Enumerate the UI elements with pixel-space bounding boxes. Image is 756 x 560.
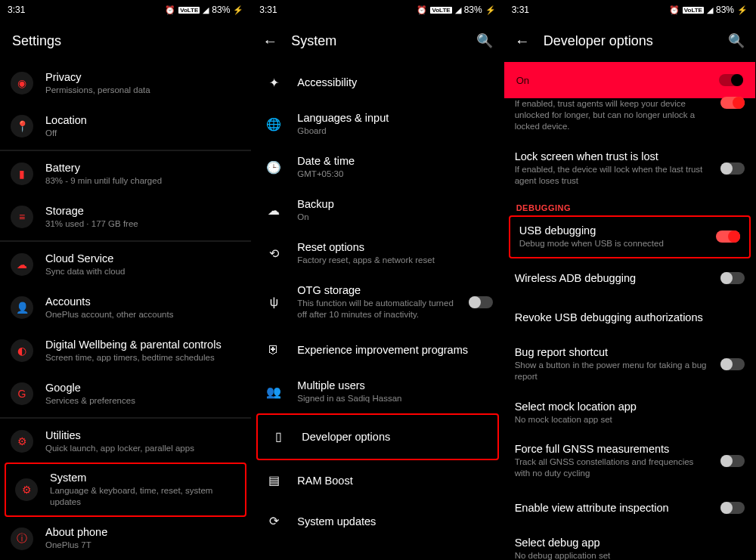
item-sub: Sync data with cloud [45,266,240,277]
ram-icon: ▤ [262,469,285,492]
item-label: Google [45,382,240,394]
item-sub: Gboard [297,125,492,137]
status-time: 3:31 [259,5,277,15]
system-item-reset[interactable]: ⟲ Reset options Factory reset, apps & ne… [252,232,503,275]
settings-item-storage[interactable]: ≡ Storage 31% used · 177 GB free [0,196,251,239]
system-item-updates[interactable]: ⟳ System updates [252,501,503,542]
item-sub: Track all GNSS constellations and freque… [515,456,708,479]
charging-icon: ⚡ [737,5,748,15]
trust-agent-row[interactable]: If enabled, trust agents will keep your … [504,92,755,141]
developer-options-panel: 3:31 ⏰ VoLTE ◢ 83% ⚡ ← Developer options… [504,0,756,560]
alarm-icon: ⏰ [165,5,175,15]
item-sub: Factory reset, apps & network reset [297,255,492,266]
back-button[interactable]: ← [515,32,530,50]
settings-item-utilities[interactable]: ⚙ Utilities Quick launch, app locker, pa… [0,420,251,463]
revoke-auth-row[interactable]: Revoke USB debugging authorizations [504,298,755,337]
system-item-backup[interactable]: ☁ Backup On [252,189,503,232]
item-label: About phone [45,526,240,538]
page-title: Settings [12,33,240,49]
gnss-row[interactable]: Force full GNSS measurements Track all G… [504,434,755,488]
back-button[interactable]: ← [262,32,277,50]
users-icon: 👥 [262,380,285,403]
view-attr-row[interactable]: Enable view attribute inspection [504,488,755,528]
system-item-otg[interactable]: ψ OTG storage This function will be auto… [252,275,503,330]
item-label: Date & time [297,155,492,167]
trust-agent-toggle[interactable] [720,97,745,109]
item-label: Select mock location app [515,401,745,413]
item-label: System [50,472,236,484]
settings-item-about[interactable]: ⓘ About phone OnePlus 7T [0,517,251,560]
settings-item-google[interactable]: G Google Services & preferences [0,373,251,416]
search-icon[interactable]: 🔍 [476,32,493,49]
accessibility-icon: ✦ [262,71,285,94]
bug-report-toggle[interactable] [720,358,745,370]
wellbeing-icon: ◐ [11,339,33,362]
settings-item-battery[interactable]: ▮ Battery 83% - 9 min until fully charge… [0,153,251,196]
account-icon: 👤 [11,296,33,319]
system-item-languages[interactable]: 🌐 Languages & input Gboard [252,103,503,146]
shield-icon: ◉ [11,72,33,94]
system-item-developer-options[interactable]: ▯ Developer options [258,415,497,459]
system-item-datetime[interactable]: 🕒 Date & time GMT+05:30 [252,146,503,189]
item-label: Enable view attribute inspection [515,502,708,514]
system-item-multiusers[interactable]: 👥 Multiple users Signed in as Sadiq Hass… [252,370,503,413]
item-sub: GMT+05:30 [297,169,492,180]
settings-item-system[interactable]: ⚙ System Language & keyboard, time, rese… [6,464,245,515]
usb-debugging-row[interactable]: USB debugging Debug mode when USB is con… [510,217,749,257]
lock-screen-trust-toggle[interactable] [720,162,745,175]
settings-item-cloud[interactable]: ☁ Cloud Service Sync data with cloud [0,243,251,286]
developer-options-master-toggle[interactable] [719,74,743,86]
highlight-developer-options: ▯ Developer options [256,413,498,460]
item-label: Digital Wellbeing & parental controls [45,339,240,351]
wireless-adb-row[interactable]: Wireless ADB debugging [504,258,755,298]
item-label: System updates [297,515,492,528]
view-attr-toggle[interactable] [720,502,745,514]
item-label: Accounts [45,295,240,308]
system-item-accessibility[interactable]: ✦ Accessibility [252,62,503,103]
developer-header: ← Developer options 🔍 [504,20,755,62]
status-battery: 83% [464,5,482,15]
otg-toggle[interactable] [469,296,493,308]
gnss-toggle[interactable] [720,455,745,467]
update-icon: ⟳ [262,510,285,533]
mock-location-row[interactable]: Select mock location app No mock locatio… [504,391,755,435]
on-label: On [516,75,529,86]
status-right: ⏰ VoLTE ◢ 83% ⚡ [165,5,243,15]
search-icon[interactable]: 🔍 [728,32,745,49]
status-battery: 83% [716,5,734,15]
volte-icon: VoLTE [178,7,200,14]
item-sub: 83% - 9 min until fully charged [45,175,240,187]
item-label: Revoke USB debugging authorizations [515,311,745,323]
charging-icon: ⚡ [233,5,243,15]
status-bar: 3:31 ⏰ VoLTE ◢ 83% ⚡ [504,0,755,20]
phone-outline-icon: ▯ [267,425,290,448]
item-sub: If enabled, trust agents will keep your … [515,98,708,132]
item-label: Multiple users [297,379,492,391]
item-label: Wireless ADB debugging [515,272,708,284]
system-item-experience[interactable]: ⛨ Experience improvement programs [252,330,503,370]
usb-icon: ψ [262,291,285,314]
item-sub: This function will be automatically turn… [297,298,456,320]
usb-debugging-toggle[interactable] [716,230,740,243]
settings-item-location[interactable]: 📍 Location Off [0,105,251,148]
item-label: Backup [297,198,492,210]
globe-icon: 🌐 [262,113,285,135]
item-sub: Quick launch, app locker, parallel apps [45,443,240,454]
settings-item-wellbeing[interactable]: ◐ Digital Wellbeing & parental controls … [0,330,251,373]
google-icon: G [11,382,33,405]
system-header: ← System 🔍 [252,20,503,62]
item-label: Location [45,114,240,126]
lock-screen-trust-row[interactable]: Lock screen when trust is lost If enable… [504,141,755,196]
settings-item-accounts[interactable]: 👤 Accounts OnePlus account, other accoun… [0,286,251,330]
item-label: RAM Boost [297,475,492,487]
system-item-ramboost[interactable]: ▤ RAM Boost [252,460,503,501]
select-debug-app-row[interactable]: Select debug app No debug application se… [504,528,755,560]
wireless-adb-toggle[interactable] [720,272,745,284]
settings-item-privacy[interactable]: ◉ Privacy Permissions, personal data [0,62,251,105]
item-sub: Show a button in the power menu for taki… [515,360,708,382]
reset-icon: ⟲ [262,242,285,265]
highlight-system: ⚙ System Language & keyboard, time, rese… [5,463,246,517]
item-label: Storage [45,205,240,217]
bug-report-row[interactable]: Bug report shortcut Show a button in the… [504,337,755,391]
volte-icon: VoLTE [683,7,704,14]
